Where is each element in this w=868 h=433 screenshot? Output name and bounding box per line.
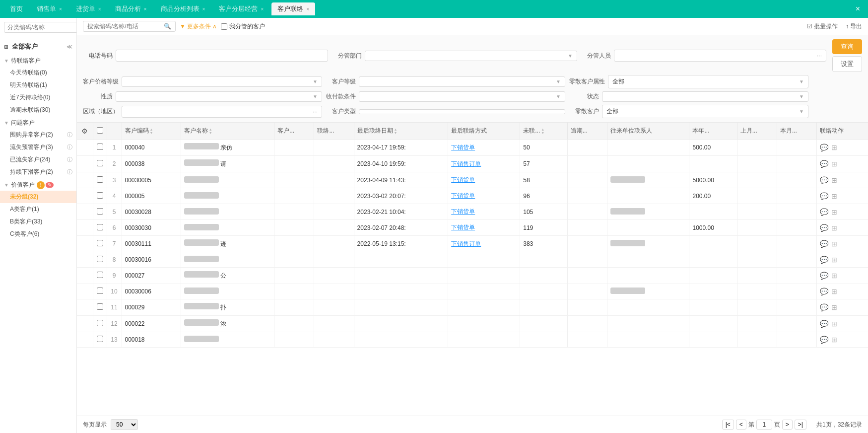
close-tab-customer-contact[interactable]: × [306,6,309,12]
row-checkbox[interactable] [93,268,107,284]
col-name[interactable]: 客户名称 ▲▼ [181,123,274,140]
sidebar-item-class-b[interactable]: B类客户(33) [0,216,76,228]
more-action-icon[interactable]: ⊞ [831,303,837,311]
sidebar-item-overdue-contact[interactable]: 逾期未联络(30) [0,104,76,116]
col-last-date[interactable]: 最后联络日期 ▲▼ [354,123,448,140]
more-action-icon[interactable]: ⊞ [831,336,837,344]
chat-action-icon[interactable]: 💬 [820,320,828,328]
chat-action-icon[interactable]: 💬 [820,288,828,295]
sidebar-item-class-a[interactable]: A类客户(1) [0,203,76,216]
sidebar-item-declining[interactable]: 持续下滑客户(2) ⓘ [0,166,76,178]
more-action-icon[interactable]: ⊞ [831,288,837,295]
row-checkbox[interactable] [93,220,107,236]
more-filter-btn[interactable]: ▼ 更多条件 ∧ [180,22,217,31]
more-action-icon[interactable]: ⊞ [831,240,837,248]
sidebar-search-input[interactable] [4,22,77,33]
row-checkbox[interactable] [93,188,107,204]
first-page-btn[interactable]: |< [722,420,734,430]
tab-sales[interactable]: 销售单 × [31,2,68,15]
phone-field[interactable] [120,52,324,59]
select-all-checkbox[interactable] [97,127,103,134]
row-last-method[interactable]: 下销货单 [448,204,520,220]
chat-action-icon[interactable]: 💬 [820,144,828,151]
all-customers-header[interactable]: ⊞ 全部客户 ≪ [0,39,76,54]
sidebar-item-unclassified[interactable]: 未分组(32) [0,191,76,203]
tab-product-analysis[interactable]: 商品分析 × [109,2,153,15]
page-input[interactable] [756,420,772,430]
row-checkbox[interactable] [93,204,107,220]
chat-action-icon[interactable]: 💬 [820,256,828,264]
retail-customer-select[interactable]: 全部 ▼ [602,105,808,118]
nature-select[interactable]: ▼ [116,91,322,102]
export-btn[interactable]: ↑ 导出 [846,22,862,31]
row-checkbox[interactable] [93,332,107,348]
reset-button[interactable]: 设置 [832,56,862,72]
tab-purchase[interactable]: 进货单 × [70,2,107,15]
customer-level-select[interactable]: ▼ [359,76,565,87]
chat-action-icon[interactable]: 💬 [820,303,828,311]
my-customer-checkbox[interactable]: 我分管的客户 [221,22,265,31]
dept-select[interactable]: ▼ [365,51,577,61]
phone-input[interactable] [116,50,328,62]
row-last-method[interactable]: 下销货单 [448,172,520,188]
my-customer-check[interactable] [221,23,227,30]
more-action-icon[interactable]: ⊞ [831,160,837,168]
next-page-btn[interactable]: > [782,420,793,430]
row-last-method[interactable]: 下销货单 [448,220,520,236]
last-method-link[interactable]: 下销售订单 [451,240,481,247]
row-last-method[interactable]: 下销售订单 [448,156,520,172]
col-settings[interactable]: ⚙ [77,123,93,140]
more-action-icon[interactable]: ⊞ [831,256,837,264]
chat-action-icon[interactable]: 💬 [820,160,828,168]
price-level-select[interactable]: ▼ [122,76,322,87]
row-checkbox[interactable] [93,156,107,172]
status-select[interactable]: ▼ [602,91,808,102]
settings-icon[interactable]: ⚙ [81,127,88,135]
sidebar-item-churned[interactable]: 已流失客户(24) ⓘ [0,153,76,166]
sidebar-item-today[interactable]: 今天待联络(0) [0,67,76,79]
more-action-icon[interactable]: ⊞ [831,320,837,328]
chat-action-icon[interactable]: 💬 [820,208,828,216]
more-action-icon[interactable]: ⊞ [831,208,837,216]
more-action-icon[interactable]: ⊞ [831,144,837,151]
more-action-icon[interactable]: ⊞ [831,272,837,280]
chat-action-icon[interactable]: 💬 [820,192,828,200]
chat-action-icon[interactable]: 💬 [820,224,828,232]
search-box-icon[interactable]: 🔍 [164,23,171,30]
section-problem-customers[interactable]: ▼ 问题客户 [0,116,76,129]
tab-customer-contact[interactable]: 客户联络 × [271,2,315,15]
close-tab-customer-segment[interactable]: × [261,6,264,12]
customer-type-input[interactable] [359,109,565,114]
sidebar-item-churn-warning[interactable]: 流失预警客户(3) ⓘ [0,141,76,153]
batch-ops-btn[interactable]: ☑ 批量操作 [807,22,838,31]
collapse-sidebar-icon[interactable]: ≪ [67,44,72,50]
row-checkbox[interactable] [93,284,107,299]
row-checkbox[interactable] [93,172,107,188]
chat-action-icon[interactable]: 💬 [820,240,828,248]
section-pending-contact[interactable]: ▼ 待联络客户 [0,54,76,67]
last-method-link[interactable]: 下销货单 [451,192,475,199]
close-tab-product-list[interactable]: × [202,6,205,12]
row-checkbox[interactable] [93,316,107,332]
last-method-link[interactable]: 下销货单 [451,208,475,215]
region-input[interactable]: ··· [122,106,322,118]
close-tab-sales[interactable]: × [59,6,62,12]
row-last-method[interactable]: 下销货单 [448,140,520,156]
tab-customer-segment[interactable]: 客户分层经营 × [213,2,269,15]
chat-action-icon[interactable]: 💬 [820,336,828,344]
prev-page-btn[interactable]: < [736,420,746,430]
chat-action-icon[interactable]: 💬 [820,176,828,184]
last-page-btn[interactable]: >| [795,420,806,430]
more-action-icon[interactable]: ⊞ [831,192,837,200]
retail-attr-select[interactable]: 全部 ▼ [608,75,808,88]
more-action-icon[interactable]: ⊞ [831,176,837,184]
tab-home[interactable]: 首页 [4,2,29,15]
payment-select[interactable]: ▼ [359,91,565,102]
tab-product-list[interactable]: 商品分析列表 × [155,2,211,15]
chat-action-icon[interactable]: 💬 [820,272,828,280]
last-method-link[interactable]: 下销货单 [451,144,475,151]
row-last-method[interactable]: 下销货单 [448,188,520,204]
row-last-method[interactable]: 下销售订单 [448,236,520,252]
last-method-link[interactable]: 下销货单 [451,224,475,231]
row-checkbox[interactable] [93,299,107,316]
